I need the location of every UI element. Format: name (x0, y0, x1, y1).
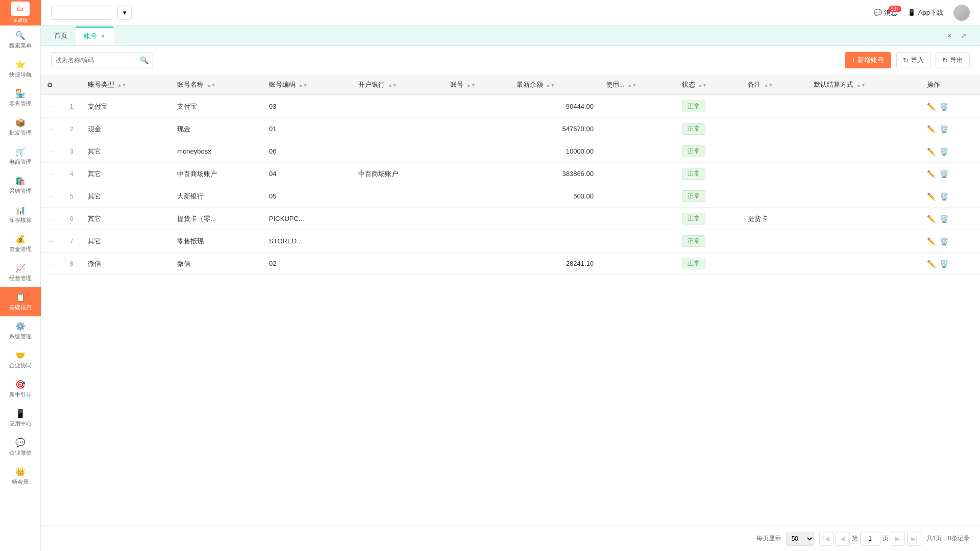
sidebar-item-purchase[interactable]: 🛍️ 采购管理 (0, 171, 41, 200)
tab-expand-button[interactable]: ⤢ (958, 30, 970, 42)
sidebar-item-ecommerce[interactable]: 🛒 电商管理 (0, 142, 41, 171)
col-gear[interactable]: ⚙ (41, 75, 61, 95)
row-remark (742, 185, 807, 208)
row-settle (807, 95, 920, 118)
row-account (444, 163, 510, 185)
delete-button[interactable]: 🗑️ (940, 215, 948, 223)
edit-button[interactable]: ✏️ (927, 215, 936, 223)
sidebar-item-basic[interactable]: 📋 基础信息 (0, 287, 41, 316)
table-row: ··· 1 支付宝 支付宝 03 -90444.00 正常 ✏️ 🗑️ (41, 95, 980, 118)
avatar[interactable] (953, 5, 970, 21)
export-icon: ↻ (942, 57, 948, 64)
col-usage-label: 使用... (606, 81, 625, 88)
sidebar-item-system[interactable]: ⚙️ 系统管理 (0, 316, 41, 345)
sidebar: Ea 乐旗版 🔍 搜索菜单 ⭐ 快捷导航 🏪 零售管理 📦 批发管理 🛒 电商管… (0, 0, 41, 551)
col-usage[interactable]: 使用... ▲▼ (600, 75, 676, 95)
row-actions: ✏️ 🗑️ (921, 253, 980, 275)
sidebar-item-member[interactable]: 👑 畅会员 (0, 462, 41, 491)
content-area: 🔍 + 新增账号 ↻ 导入 ↻ 导出 (41, 46, 980, 551)
row-balance: 500.00 (510, 185, 600, 208)
sidebar-item-agreement[interactable]: 🤝 企业协同 (0, 345, 41, 374)
delete-button[interactable]: 🗑️ (940, 192, 948, 201)
edit-button[interactable]: ✏️ (927, 260, 936, 268)
nav-tabs-bar: 首页 账号 × × ⤢ (41, 26, 980, 46)
tab-close-page-button[interactable]: × (943, 30, 955, 42)
search-icon[interactable]: 🔍 (140, 56, 149, 64)
status-badge: 正常 (682, 258, 705, 269)
row-bank (352, 208, 444, 230)
row-status: 正常 (676, 230, 742, 253)
prev-page-button[interactable]: ◀ (836, 532, 850, 546)
add-account-button[interactable]: + 新增账号 (845, 52, 891, 68)
table-row: ··· 3 其它 moneybosx 06 10000.00 正常 ✏️ 🗑️ (41, 140, 980, 163)
delete-button[interactable]: 🗑️ (940, 103, 948, 111)
last-page-button[interactable]: ▶| (907, 532, 921, 546)
sidebar-item-capital[interactable]: 💰 资金管理 (0, 229, 41, 258)
row-status: 正常 (676, 163, 742, 185)
next-page-button[interactable]: ▶ (891, 532, 905, 546)
edit-button[interactable]: ✏️ (927, 192, 936, 201)
table-header: ⚙ 账号类型 ▲▼ 账号名称 ▲▼ 账号编码 ▲▼ (41, 75, 980, 95)
row-balance: 547670.00 (510, 118, 600, 140)
account-search-box[interactable]: 🔍 (51, 52, 153, 68)
row-bank (352, 95, 444, 118)
sort-name-icon: ▲▼ (207, 83, 216, 88)
col-code[interactable]: 账号编码 ▲▼ (263, 75, 352, 95)
first-page-button[interactable]: |◀ (819, 532, 834, 546)
col-status[interactable]: 状态 ▲▼ (676, 75, 742, 95)
sidebar-item-operations[interactable]: 📈 经营管理 (0, 258, 41, 287)
sidebar-item-wechat[interactable]: 💬 企业微信 (0, 433, 41, 462)
row-num: 2 (61, 118, 82, 140)
delete-button[interactable]: 🗑️ (940, 260, 948, 268)
sidebar-item-quicknav[interactable]: ⭐ 快捷导航 (0, 55, 41, 84)
chevron-down-icon: ▾ (123, 9, 127, 16)
header-dropdown-btn[interactable]: ▾ (117, 6, 132, 20)
col-account[interactable]: 账号 ▲▼ (444, 75, 510, 95)
app-download-button[interactable]: 📱 App下载 (908, 8, 943, 17)
edit-button[interactable]: ✏️ (927, 237, 936, 245)
row-code: 04 (263, 163, 352, 185)
page-navigation: |◀ ◀ 第 页 ▶ ▶| (819, 532, 921, 546)
delete-button[interactable]: 🗑️ (940, 170, 948, 178)
row-balance: 10000.00 (510, 140, 600, 163)
import-button[interactable]: ↻ 导入 (896, 52, 930, 68)
toolbar-right: + 新增账号 ↻ 导入 ↻ 导出 (845, 52, 970, 68)
delete-button[interactable]: 🗑️ (940, 125, 948, 133)
member-icon: 👑 (15, 467, 26, 477)
col-balance[interactable]: 最新余额 ▲▼ (510, 75, 600, 95)
tab-home[interactable]: 首页 (46, 27, 76, 45)
search-menu-icon: 🔍 (15, 31, 26, 40)
account-search-input[interactable] (56, 57, 140, 64)
header-search-input[interactable] (51, 6, 112, 20)
col-type[interactable]: 账号类型 ▲▼ (82, 75, 171, 95)
page-size-select[interactable]: 50 100 200 (786, 532, 814, 546)
account-table-container: ⚙ 账号类型 ▲▼ 账号名称 ▲▼ 账号编码 ▲▼ (41, 75, 980, 525)
messages-button[interactable]: 💬 消息 99+ (874, 8, 897, 17)
status-badge: 正常 (682, 213, 705, 224)
tab-close-icon[interactable]: × (100, 32, 106, 41)
sidebar-item-search[interactable]: 🔍 搜索菜单 (0, 26, 41, 55)
tab-account[interactable]: 账号 × (76, 27, 114, 45)
top-header: ▾ 💬 消息 99+ 📱 App下载 (41, 0, 980, 26)
basic-icon: 📋 (15, 292, 26, 302)
page-number-input[interactable] (860, 532, 880, 546)
col-remark[interactable]: 备注 ▲▼ (742, 75, 807, 95)
toolbar: 🔍 + 新增账号 ↻ 导入 ↻ 导出 (41, 46, 980, 75)
col-bank[interactable]: 开户银行 ▲▼ (352, 75, 444, 95)
sidebar-item-appcenter[interactable]: 📱 应用中心 (0, 404, 41, 433)
col-settle[interactable]: 默认结算方式 ▲▼ (807, 75, 920, 95)
sidebar-item-wholesale[interactable]: 📦 批发管理 (0, 113, 41, 142)
sidebar-item-guide[interactable]: 🎯 新手引导 (0, 374, 41, 404)
sidebar-item-retail[interactable]: 🏪 零售管理 (0, 84, 41, 113)
edit-button[interactable]: ✏️ (927, 147, 936, 156)
edit-button[interactable]: ✏️ (927, 103, 936, 111)
col-name[interactable]: 账号名称 ▲▼ (171, 75, 263, 95)
edit-button[interactable]: ✏️ (927, 125, 936, 133)
import-icon: ↻ (903, 57, 909, 64)
row-num: 5 (61, 185, 82, 208)
delete-button[interactable]: 🗑️ (940, 147, 948, 156)
sidebar-item-inventory[interactable]: 📊 库存核算 (0, 200, 41, 229)
delete-button[interactable]: 🗑️ (940, 237, 948, 245)
export-button[interactable]: ↻ 导出 (936, 52, 970, 68)
edit-button[interactable]: ✏️ (927, 170, 936, 178)
